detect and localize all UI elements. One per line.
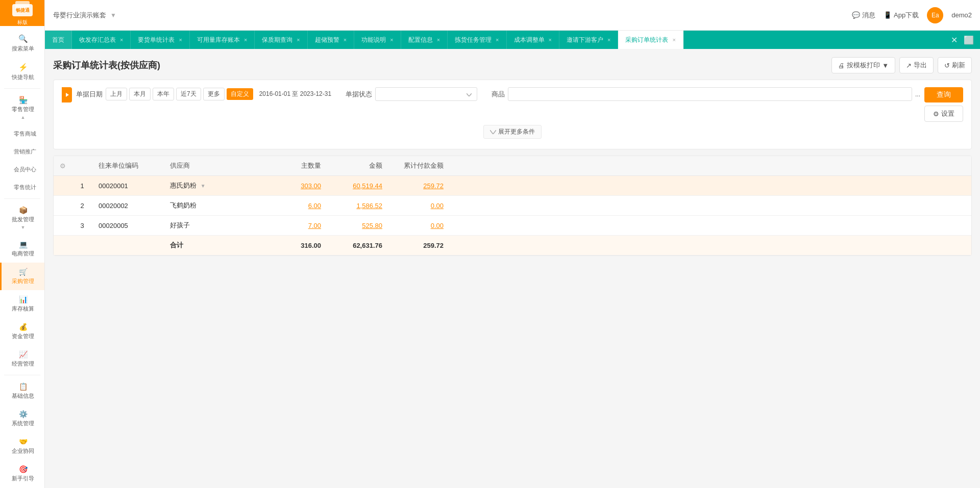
tab-close-gongneng[interactable]: ×	[390, 37, 393, 43]
tab-gongneng[interactable]: 功能说明 ×	[354, 31, 401, 49]
table-row[interactable]: 1 00020001 惠氏奶粉 ▼ 303.00 60,519.44	[54, 176, 971, 196]
row2-extra	[450, 196, 971, 216]
tabbar: 首页 收发存汇总表 × 要货单统计表 × 可用量库存账本 × 保质期查询 × 超…	[45, 31, 980, 49]
goods-filter-label: 商品	[492, 90, 505, 99]
sidebar-item-search[interactable]: 🔍 搜索菜单	[0, 29, 44, 58]
tab-chaochu[interactable]: 超储预警 ×	[308, 31, 354, 49]
query-button[interactable]: 查询	[924, 87, 963, 102]
status-select[interactable]	[375, 87, 477, 101]
date-btn-thismonth[interactable]: 本月	[129, 88, 151, 100]
tab-close-peihuorenwu[interactable]: ×	[496, 37, 499, 43]
message-button[interactable]: 💬 消息	[852, 11, 875, 20]
goods-input[interactable]	[513, 90, 906, 98]
row3-amount-link[interactable]: 525.80	[362, 222, 382, 229]
sidebar-item-member[interactable]: 会员中心	[0, 161, 44, 178]
filter-card: 单据日期 上月 本月 本年 近7天 更多 自定义 2016-01-01 至 20…	[53, 80, 972, 149]
print-button[interactable]: 🖨 按模板打印 ▼	[831, 57, 895, 73]
sidebar-inventory-label: 库存核算	[12, 305, 34, 313]
tab-yaoqing[interactable]: 邀请下游客户 ×	[559, 31, 618, 49]
tab-close-yaoqing[interactable]: ×	[607, 37, 610, 43]
tab-close-caigou[interactable]: ×	[672, 37, 675, 43]
row3-qty-link[interactable]: 7.00	[308, 222, 321, 229]
row2-amount-link[interactable]: 1,586.52	[356, 202, 382, 210]
more-filters-button[interactable]: ...	[915, 91, 920, 98]
app-download-icon: 📱	[884, 11, 892, 19]
refresh-button[interactable]: ↺ 刷新	[938, 57, 972, 73]
tab-close-baoyuanqi[interactable]: ×	[297, 37, 300, 43]
row1-settings	[54, 176, 72, 196]
sidebar-item-finance[interactable]: 💰 资金管理	[0, 318, 44, 345]
date-btn-thisyear[interactable]: 本年	[153, 88, 174, 100]
export-button[interactable]: ↗ 导出	[899, 57, 934, 73]
wholesale-arrow-icon: ▼	[21, 225, 26, 230]
row1-amount-link[interactable]: 60,519.44	[353, 182, 382, 190]
tab-shoufafa[interactable]: 收发存汇总表 ×	[72, 31, 131, 49]
row3-code: 00020005	[92, 216, 164, 236]
row1-qty-link[interactable]: 303.00	[301, 182, 321, 190]
content-area: 采购订单统计表(按供应商) 🖨 按模板打印 ▼ ↗ 导出 ↺ 刷新	[45, 49, 980, 488]
sidebar-item-ecommerce[interactable]: 💻 电商管理	[0, 235, 44, 263]
page-header: 采购订单统计表(按供应商) 🖨 按模板打印 ▼ ↗ 导出 ↺ 刷新	[53, 57, 972, 73]
tab-close-keyongliang[interactable]: ×	[244, 37, 247, 43]
date-btn-7days[interactable]: 近7天	[176, 88, 201, 100]
footer-extra	[450, 236, 971, 255]
sidebar-item-inventory[interactable]: 📊 库存核算	[0, 290, 44, 318]
expand-more-button[interactable]: 展开更多条件	[483, 125, 542, 139]
row2-qty-link[interactable]: 6.00	[308, 202, 321, 210]
tab-yaohuo[interactable]: 要货单统计表 ×	[131, 31, 189, 49]
sidebar-item-quicknav[interactable]: ⚡ 快捷导航	[0, 58, 44, 86]
tab-home[interactable]: 首页	[45, 31, 72, 49]
tab-close-all-button[interactable]: ✕	[949, 35, 960, 45]
store-dropdown-icon[interactable]: ▼	[110, 12, 116, 19]
settings-col-icon[interactable]: ⚙	[60, 162, 66, 170]
date-custom-badge[interactable]: 自定义	[227, 88, 253, 100]
tab-close-peizhi[interactable]: ×	[437, 37, 440, 43]
tab-caigou[interactable]: 采购订单统计表 ×	[618, 31, 683, 49]
tab-peizhi[interactable]: 配置信息 ×	[401, 31, 448, 49]
username[interactable]: demo2	[951, 11, 972, 19]
query-actions: 查询 ⚙ 设置	[924, 87, 963, 122]
tab-close-chengben[interactable]: ×	[549, 37, 552, 43]
sidebar-item-system[interactable]: ⚙️ 系统管理	[0, 405, 44, 432]
row3-paid-link[interactable]: 0.00	[431, 222, 444, 229]
status-dropdown-icon	[467, 90, 472, 98]
footer-qty: 316.00	[266, 236, 327, 255]
sidebar-item-basics[interactable]: 📋 基础信息	[0, 377, 44, 405]
sidebar-item-marketing[interactable]: 营销推广	[0, 143, 44, 161]
sidebar-item-retail-mall[interactable]: 零售商城	[0, 125, 44, 143]
row1-paid-link[interactable]: 259.72	[423, 182, 444, 190]
topbar: 母婴行业演示账套 ▼ 💬 消息 📱 App下载 Ea demo2	[45, 0, 980, 31]
sidebar-item-newbie[interactable]: 🎯 新手引导	[0, 460, 44, 487]
tab-close-shoufafa[interactable]: ×	[120, 37, 123, 43]
filter-toggle[interactable]	[62, 87, 72, 102]
tab-close-yaohuo[interactable]: ×	[179, 37, 182, 43]
tab-close-chaochu[interactable]: ×	[344, 37, 347, 43]
app-download-button[interactable]: 📱 App下载	[884, 11, 919, 20]
table-row[interactable]: 2 00020002 飞鹤奶粉 6.00 1,586.52 0.00	[54, 196, 971, 216]
newbie-icon: 🎯	[19, 465, 28, 473]
col-header-code: 往来单位编码	[92, 156, 164, 176]
sidebar-item-collab[interactable]: 🤝 企业协同	[0, 432, 44, 460]
filter-settings-button[interactable]: ⚙ 设置	[924, 106, 963, 122]
row3-settings	[54, 216, 72, 236]
tab-maximize-button[interactable]: ⬜	[962, 35, 976, 45]
tab-peihuorenwu[interactable]: 拣货任务管理 ×	[448, 31, 506, 49]
sidebar-item-wholesale[interactable]: 📦 批发管理 ▼	[0, 201, 44, 235]
row2-paid-link[interactable]: 0.00	[431, 202, 444, 210]
sidebar-item-ops[interactable]: 📈 经营管理	[0, 345, 44, 373]
app-logo[interactable]: 畅捷通 标版	[0, 0, 44, 26]
sidebar-item-purchase[interactable]: 🛒 采购管理	[0, 263, 44, 290]
finance-icon: 💰	[19, 323, 28, 331]
tab-chengben[interactable]: 成本调整单 ×	[507, 31, 559, 49]
sidebar-item-retail[interactable]: 🏪 零售管理 ▲	[0, 91, 44, 125]
date-btn-more[interactable]: 更多	[203, 88, 225, 100]
tab-keyongliang[interactable]: 可用量库存账本 ×	[190, 31, 255, 49]
date-btn-lastmonth[interactable]: 上月	[106, 88, 127, 100]
table-row[interactable]: 3 00020005 好孩子 7.00 525.80 0.00	[54, 216, 971, 236]
row1-amount: 60,519.44	[327, 176, 388, 196]
divider-2	[4, 198, 40, 199]
tab-baoyuanqi[interactable]: 保质期查询 ×	[255, 31, 307, 49]
svg-marker-3	[66, 93, 69, 97]
user-avatar[interactable]: Ea	[927, 7, 943, 23]
sidebar-item-retail-stats[interactable]: 零售统计	[0, 178, 44, 196]
